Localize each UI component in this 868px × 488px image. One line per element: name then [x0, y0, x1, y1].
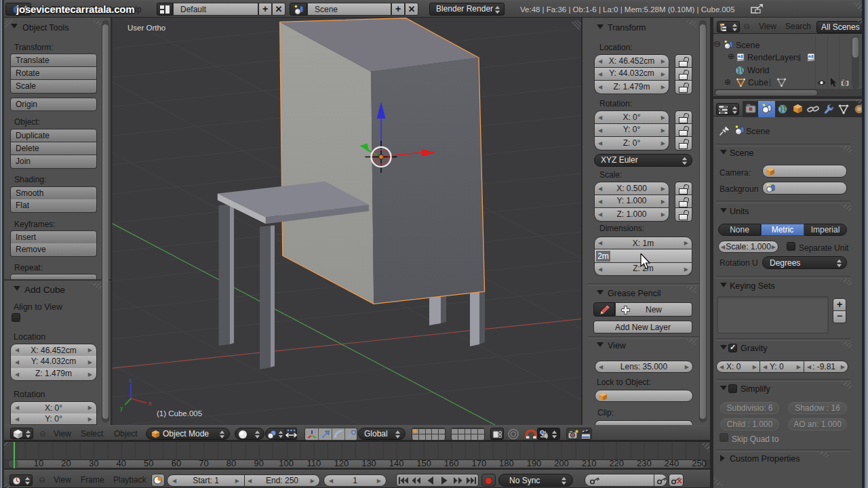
svg-text:x: x [149, 400, 152, 407]
svg-text:z: z [129, 377, 132, 384]
svg-text:User Ortho: User Ortho [127, 24, 165, 32]
svg-text:y: y [120, 405, 123, 411]
svg-text:(1) Cube.005: (1) Cube.005 [157, 409, 202, 418]
